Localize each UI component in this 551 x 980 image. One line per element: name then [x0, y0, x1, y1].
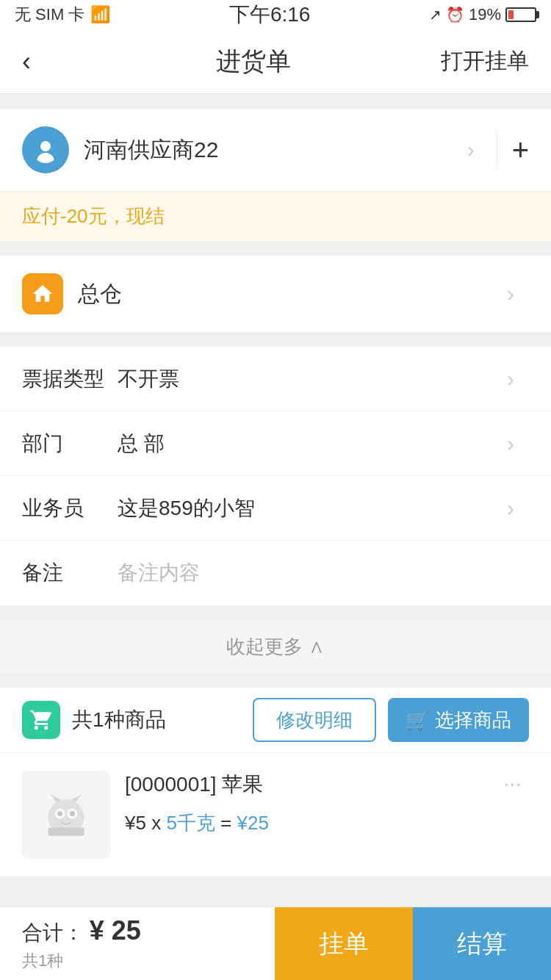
- warehouse-icon: [22, 273, 63, 314]
- back-button[interactable]: ‹: [22, 46, 66, 77]
- total-section: 合计： ¥ 25 共1种: [0, 907, 275, 980]
- product-name: [0000001] 苹果: [125, 771, 496, 799]
- remark-label: 备注: [22, 559, 118, 587]
- supplier-section: 河南供应商22 › + 应付-20元，现结: [0, 109, 551, 241]
- chevron-right-icon: ›: [507, 431, 514, 456]
- dept-value: 总 部: [118, 430, 507, 458]
- svg-marker-6: [71, 794, 82, 802]
- product-header: 共1种商品 修改明细 🛒 选择商品: [0, 688, 551, 752]
- total-count: 共1种: [22, 950, 253, 972]
- supplier-name: 河南供应商22: [84, 135, 467, 165]
- svg-marker-5: [51, 794, 62, 802]
- product-item: [0000001] 苹果 ¥5 x 5千克 = ¥25 ···: [0, 752, 551, 876]
- total-main: 合计： ¥ 25: [22, 915, 253, 947]
- remark-row[interactable]: 备注 备注内容: [0, 541, 551, 605]
- vertical-divider: [497, 131, 497, 168]
- chevron-right-icon: ›: [507, 496, 514, 521]
- dept-label: 部门: [22, 430, 118, 458]
- status-right: ↗ ⏰ 19%: [429, 5, 536, 24]
- form-section: 票据类型 不开票 › 部门 总 部 › 业务员 这是859的小智 › 备注 备注…: [0, 347, 551, 605]
- product-info: [0000001] 苹果 ¥5 x 5千克 = ¥25: [125, 771, 496, 836]
- status-time: 下午6:16: [229, 1, 311, 29]
- remark-input[interactable]: 备注内容: [118, 559, 529, 587]
- product-price: ¥5 x 5千克 = ¥25: [125, 810, 496, 836]
- chevron-right-icon: ›: [507, 281, 514, 306]
- svg-rect-7: [48, 828, 84, 836]
- invoice-row[interactable]: 票据类型 不开票 ›: [0, 347, 551, 411]
- wifi-icon: 📶: [90, 5, 110, 24]
- cart-icon: 🛒: [406, 709, 429, 732]
- warehouse-name: 总仓: [78, 279, 507, 309]
- sales-row[interactable]: 业务员 这是859的小智 ›: [0, 476, 551, 541]
- product-thumbnail: [22, 771, 110, 859]
- battery-icon: [505, 7, 536, 22]
- sales-label: 业务员: [22, 494, 118, 522]
- divider-top: [0, 94, 551, 109]
- svg-point-4: [70, 811, 75, 816]
- warehouse-row[interactable]: 总仓 ›: [0, 256, 551, 332]
- avatar: [22, 126, 69, 173]
- status-carrier: 无 SIM 卡 📶: [15, 4, 110, 26]
- edit-detail-button[interactable]: 修改明细: [253, 698, 376, 742]
- more-options-button[interactable]: ···: [496, 771, 529, 796]
- status-bar: 无 SIM 卡 📶 下午6:16 ↗ ⏰ 19%: [0, 0, 551, 29]
- product-icon: [22, 701, 60, 739]
- checkout-button[interactable]: 结算: [413, 907, 551, 980]
- bottom-bar: 合计： ¥ 25 共1种 挂单 结算: [0, 907, 551, 980]
- location-icon: ↗: [429, 6, 442, 24]
- notice-bar: 应付-20元，现结: [0, 192, 551, 241]
- sales-value: 这是859的小智: [118, 494, 507, 522]
- invoice-value: 不开票: [118, 365, 507, 393]
- dept-row[interactable]: 部门 总 部 ›: [0, 411, 551, 476]
- chevron-right-icon: ›: [467, 137, 475, 162]
- alarm-icon: ⏰: [446, 6, 464, 24]
- suspend-button[interactable]: 挂单: [275, 907, 413, 980]
- page-title: 进货单: [216, 45, 291, 79]
- supplier-row: 河南供应商22 › +: [0, 109, 551, 192]
- svg-point-3: [57, 811, 62, 816]
- open-suspend-button[interactable]: 打开挂单: [441, 46, 529, 76]
- invoice-label: 票据类型: [22, 365, 118, 393]
- select-product-button[interactable]: 🛒 选择商品: [388, 698, 529, 742]
- add-supplier-button[interactable]: +: [512, 134, 529, 167]
- product-count: 共1种商品: [72, 706, 253, 734]
- chevron-right-icon: ›: [507, 367, 514, 392]
- nav-bar: ‹ 进货单 打开挂单: [0, 29, 551, 94]
- collapse-button[interactable]: 收起更多 ∧: [0, 620, 551, 673]
